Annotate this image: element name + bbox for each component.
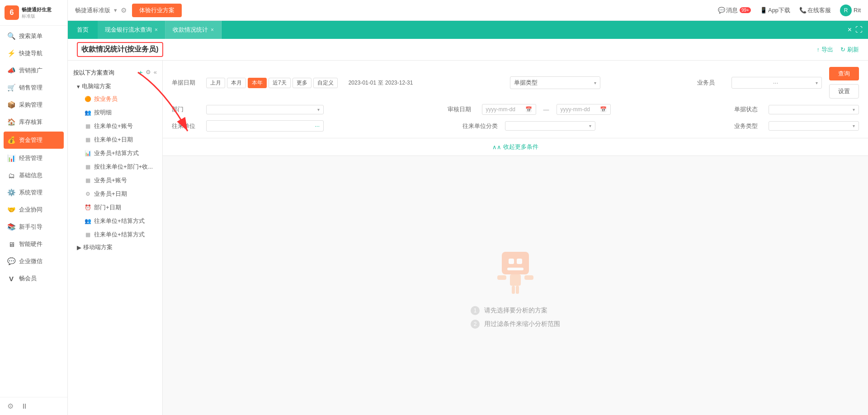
tab-receipt-close[interactable]: × [211,27,214,33]
sidebar-item-operation[interactable]: 📊 经营管理 [0,150,67,167]
svg-rect-0 [502,252,529,274]
scheme-group-mobile-title[interactable]: ▶ 移动端方案 [71,241,162,253]
tab-bank-close[interactable]: × [155,27,158,33]
partner-account-icon: ▦ [84,123,91,130]
date-btn-lastmonth[interactable]: 上月 [206,78,225,88]
salesman-label: 业务员 [697,79,724,87]
sidebar-item-corp[interactable]: 🤝 企业协同 [0,201,67,218]
partner-settle-icon: 👥 [84,217,91,225]
scheme-item-by-detail[interactable]: 👥 按明细 [71,106,162,119]
partner-category-select[interactable]: ▾ [505,121,595,131]
date-btn-thismonth[interactable]: 本月 [227,78,246,88]
scheme-item-salesman-account[interactable]: ▦ 业务员+账号 [71,174,162,187]
refresh-btn[interactable]: ↻ 刷新 [840,46,859,54]
app-icon: 📱 [760,7,767,14]
scheme-settings-icon[interactable]: ⚙ [146,69,151,77]
tab-home[interactable]: 首页 [68,21,98,39]
user-avatar[interactable]: R Rit [840,5,861,16]
pause-icon[interactable]: ⏸ [21,402,28,410]
empty-steps: 1 请先选择要分析的方案 2 用过滤条件来缩小分析范围 [471,306,560,329]
date-btn-custom[interactable]: 自定义 [313,78,338,88]
tab-bank[interactable]: 现金银行流水查询 × [98,21,165,39]
filter-area: 单据日期 上月 本月 本年 近7天 更多 自定义 2023-01-01 至 20… [163,61,868,138]
audit-date-from[interactable]: yyyy-mm-dd 📅 [482,104,536,115]
sidebar-item-wechat[interactable]: 💬 企业微信 [0,253,67,270]
empty-step-2: 2 用过滤条件来缩小分析范围 [471,320,560,329]
operation-icon: 📊 [7,154,15,162]
add-scheme-btn[interactable]: + [138,69,142,77]
sidebar-item-finance[interactable]: 💰 资金管理 [4,132,64,149]
sidebar-bottom: ⚙ ⏸ [0,397,67,415]
sidebar-item-member[interactable]: V 畅会员 [0,270,67,287]
marketing-icon: 📣 [7,66,15,75]
dropdown-icon[interactable]: ▾ [114,7,117,14]
scheme-item-partner-settle[interactable]: 👥 往来单位+结算方式 [71,214,162,228]
export-icon: ↑ [817,46,820,53]
tabbar: 首页 现金银行流水查询 × 收款情况统计 × × ⛶ [68,21,868,39]
tab-expand-icon[interactable]: ⛶ [855,26,863,34]
export-btn[interactable]: ↑ 导出 [817,46,834,54]
sidebar-item-system[interactable]: ⚙️ 系统管理 [0,184,67,201]
scheme-item-partner-settle2[interactable]: ▦ 往来单位+结算方式 [71,228,162,241]
date-range: 2023-01-01 至 2023-12-31 [349,79,413,87]
step-num-1: 1 [471,306,480,315]
svg-rect-1 [509,259,514,264]
topbar-gear-icon[interactable]: ⚙ [121,6,127,14]
salesman-select[interactable]: ··· ▾ [731,77,822,89]
scheme-item-dept-date[interactable]: ⏰ 部门+日期 [71,201,162,214]
messages-btn[interactable]: 💬 消息 99+ [718,6,751,14]
collapse-panel-icon[interactable]: « [154,69,157,77]
trial-btn[interactable]: 体验行业方案 [132,4,182,17]
doc-status-select[interactable]: ▾ [769,105,859,114]
guide-icon: 📚 [7,223,15,231]
app-download-btn[interactable]: 📱 App下载 [760,6,790,14]
tab-close-all-icon[interactable]: × [848,26,852,34]
date-btn-7days[interactable]: 近7天 [269,78,291,88]
sidebar-item-sales[interactable]: 🛒 销售管理 [0,79,67,96]
partner-settle2-icon: ▦ [84,231,91,238]
sidebar-item-basic[interactable]: 🗂 基础信息 [0,167,67,184]
sidebar-item-quicknav[interactable]: ⚡ 快捷导航 [0,45,67,62]
topbar-actions: 💬 消息 99+ 📱 App下载 📞 在线客服 R Rit [718,5,861,16]
audit-date-label: 审核日期 [448,105,475,113]
salesman-scheme-icon: 🟠 [84,95,91,103]
doc-type-select[interactable]: 单据类型 ▾ [510,76,600,89]
date-btn-more[interactable]: 更多 [292,78,311,88]
partner-more-btn[interactable]: ··· [315,123,320,129]
settings-bottom-icon[interactable]: ⚙ [7,402,14,410]
page-header-actions: ↑ 导出 ↻ 刷新 [817,46,859,54]
query-btn[interactable]: 查询 [829,67,859,80]
scheme-item-salesman-date[interactable]: ⚙ 业务员+日期 [71,187,162,201]
scheme-item-partner-dept[interactable]: ▦ 按往来单位+部门+收... [71,160,162,174]
dept-select[interactable]: ▾ [206,105,324,114]
sidebar-item-hardware[interactable]: 🖥 智能硬件 [0,236,67,253]
biz-type-label: 业务类型 [734,122,761,130]
partner-select[interactable]: ··· [206,120,324,132]
online-service-btn[interactable]: 📞 在线客服 [799,6,831,14]
scheme-item-partner-account[interactable]: ▦ 往来单位+账号 [71,119,162,133]
doc-type-chevron: ▾ [594,80,596,85]
calendar-to-icon: 📅 [600,106,607,113]
system-icon: ⚙️ [7,189,15,197]
biz-type-select[interactable]: ▾ [769,121,859,131]
scheme-group-mobile: ▶ 移动端方案 [71,241,162,253]
sidebar-item-guide[interactable]: 📚 新手引导 [0,218,67,236]
sidebar-item-inventory[interactable]: 🏠 库存核算 [0,113,67,131]
sidebar-item-search[interactable]: 🔍 搜索菜单 [0,28,67,45]
audit-date-to[interactable]: yyyy-mm-dd 📅 [557,104,611,115]
page-title: 收款情况统计(按业务员) [77,42,163,57]
scheme-group-desktop-title[interactable]: ▾ 电脑端方案 [71,80,162,92]
corp-icon: 🤝 [7,206,15,214]
sidebar-item-marketing[interactable]: 📣 营销推广 [0,62,67,79]
salesman-more-icon[interactable]: ··· [773,79,778,86]
tab-receipt[interactable]: 收款情况统计 × [165,21,222,39]
sidebar-item-purchase[interactable]: 📦 采购管理 [0,96,67,113]
purchase-icon: 📦 [7,101,15,109]
date-btn-thisyear[interactable]: 本年 [248,78,267,88]
collapse-btn[interactable]: ∧∧ 收起更多条件 [492,143,538,151]
scheme-item-by-salesman[interactable]: 🟠 按业务员 [71,92,162,106]
settings-btn[interactable]: 设置 [829,84,859,99]
scheme-item-salesman-settle[interactable]: 📊 业务员+结算方式 [71,146,162,160]
svg-rect-7 [512,286,515,294]
scheme-item-partner-date[interactable]: ▦ 往来单位+日期 [71,133,162,146]
